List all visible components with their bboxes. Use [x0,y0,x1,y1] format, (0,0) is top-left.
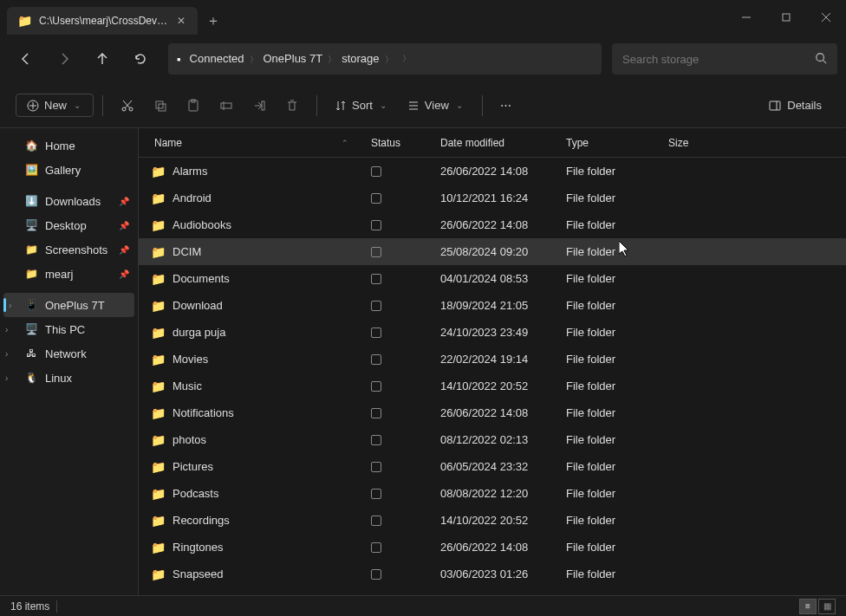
table-row[interactable]: 📁Audiobooks26/06/2022 14:08File folder [139,211,846,238]
date-modified: 10/12/2021 16:24 [433,191,559,204]
details-view-toggle[interactable]: ≡ [799,599,817,614]
date-modified: 04/01/2024 08:53 [433,272,559,285]
item-count: 16 items [10,600,49,613]
svg-rect-17 [221,103,231,108]
table-row[interactable]: 📁Download18/09/2024 21:05File folder [139,292,846,319]
paste-icon [186,99,200,113]
view-button[interactable]: View ⌄ [399,94,473,117]
table-row[interactable]: 📁Pictures06/05/2024 23:32File folder [139,453,846,480]
table-row[interactable]: 📁Snapseed03/06/2023 01:26File folder [139,561,846,587]
chevron-right-icon[interactable]: 〉 [383,55,395,64]
tab[interactable]: 📁 C:\Users\mearj\CrossDevice\O ✕ [7,7,198,35]
sidebar-item-label: OnePlus 7T [45,299,105,312]
file-name: Notifications [172,406,234,419]
close-tab-button[interactable]: ✕ [175,14,187,28]
sort-icon [335,100,347,112]
chevron-right-icon[interactable]: 〉 [400,53,413,65]
col-status[interactable]: Status [364,137,433,149]
svg-rect-19 [262,101,264,110]
status-icon [371,247,381,257]
view-label: View [425,99,449,112]
search-box[interactable] [612,43,837,75]
downloads-icon: ⬇️ [24,194,38,208]
status-icon [371,435,381,445]
file-type: File folder [559,567,661,580]
more-button[interactable]: ⋯ [491,94,520,117]
table-row[interactable]: 📁durga puja24/10/2023 23:49File folder [139,319,846,346]
table-row[interactable]: 📁Android10/12/2021 16:24File folder [139,185,846,211]
table-row[interactable]: 📁Movies22/02/2024 19:14File folder [139,346,846,373]
up-button[interactable] [85,42,120,76]
address-bar[interactable]: ▪ Connected〉OnePlus 7T〉storage〉 〉 [168,43,602,75]
table-row[interactable]: 📁Alarms26/06/2022 14:08File folder [139,158,846,185]
cut-button[interactable] [112,94,143,118]
search-input[interactable] [622,53,815,66]
search-icon[interactable] [815,52,827,67]
delete-button[interactable] [277,94,308,118]
file-name: Podcasts [172,487,218,500]
refresh-button[interactable] [123,42,158,76]
expand-icon[interactable]: › [9,301,11,310]
expand-icon[interactable]: › [5,349,8,359]
share-button[interactable] [244,94,275,118]
sidebar-item-this-pc[interactable]: ›🖥️This PC [0,317,138,341]
table-row[interactable]: 📁Podcasts08/08/2022 12:20File folder [139,480,846,507]
tab-title: C:\Users\mearj\CrossDevice\O [39,15,168,27]
file-type: File folder [559,165,661,178]
forward-button[interactable] [47,42,81,76]
col-type[interactable]: Type [559,137,661,149]
sidebar-item-home[interactable]: 🏠Home [0,133,138,158]
table-row[interactable]: 📁Documents04/01/2024 08:53File folder [139,265,846,292]
sidebar-item-mearj[interactable]: 📁mearj📌 [0,262,138,286]
details-button[interactable]: Details [759,94,830,118]
paste-button[interactable] [178,94,209,118]
icons-view-toggle[interactable]: ▦ [818,599,836,614]
file-type: File folder [559,379,661,392]
gallery-icon: 🖼️ [24,163,38,177]
chevron-right-icon[interactable]: 〉 [248,55,260,64]
status-bar: 16 items ≡ ▦ [0,595,846,616]
folder-icon: 📁 [151,514,166,528]
sort-button[interactable]: Sort ⌄ [326,94,397,117]
status-icon [371,193,381,204]
maximize-button[interactable] [766,0,806,35]
breadcrumb-oneplus-7t[interactable]: OnePlus 7T [260,50,327,67]
new-button[interactable]: New ⌄ [16,94,94,117]
sidebar-item-linux[interactable]: ›🐧Linux [0,366,138,390]
close-window-button[interactable] [806,0,846,35]
sidebar-item-network[interactable]: ›🖧Network [0,341,138,366]
expand-icon[interactable]: › [5,373,8,383]
home-icon: 🏠 [24,139,38,152]
nav-row: ▪ Connected〉OnePlus 7T〉storage〉 〉 [0,35,846,83]
svg-point-4 [817,53,824,61]
chevron-right-icon[interactable]: 〉 [326,55,338,64]
sidebar-item-desktop[interactable]: 🖥️Desktop📌 [0,213,138,237]
minimize-button[interactable] [726,0,766,35]
trash-icon [285,99,299,113]
table-row[interactable]: 📁Ringtones26/06/2022 14:08File folder [139,534,846,561]
table-row[interactable]: 📁Notifications26/06/2022 14:08File folde… [139,399,846,426]
col-size[interactable]: Size [661,137,731,149]
folder-icon: 📁 [151,433,166,447]
rename-button[interactable] [211,94,242,118]
table-row[interactable]: 📁DCIM25/08/2024 09:20File folder [139,238,846,265]
status-icon [371,327,381,338]
column-header: Name⌃ Status Date modified Type Size [139,128,846,158]
breadcrumb-connected[interactable]: Connected [186,50,248,67]
table-row[interactable]: 📁Recordings14/10/2022 20:52File folder [139,507,846,534]
back-button[interactable] [9,42,43,76]
sidebar-item-screenshots[interactable]: 📁Screenshots📌 [0,237,138,262]
file-name: Documents [172,272,230,285]
col-date[interactable]: Date modified [433,137,559,149]
table-row[interactable]: 📁photos08/12/2022 02:13File folder [139,426,846,453]
col-name[interactable]: Name⌃ [139,137,364,149]
sidebar-item-gallery[interactable]: 🖼️Gallery [0,158,138,182]
sidebar-item-downloads[interactable]: ⬇️Downloads📌 [0,189,138,213]
table-row[interactable]: 📁Music14/10/2022 20:52File folder [139,373,846,399]
sidebar-item-oneplus-7t[interactable]: ›📱OnePlus 7T [3,293,134,317]
breadcrumb-storage[interactable]: storage [338,50,382,67]
copy-button[interactable] [145,94,176,118]
status-icon [371,515,381,526]
expand-icon[interactable]: › [5,325,8,334]
new-tab-button[interactable]: ＋ [198,12,229,30]
